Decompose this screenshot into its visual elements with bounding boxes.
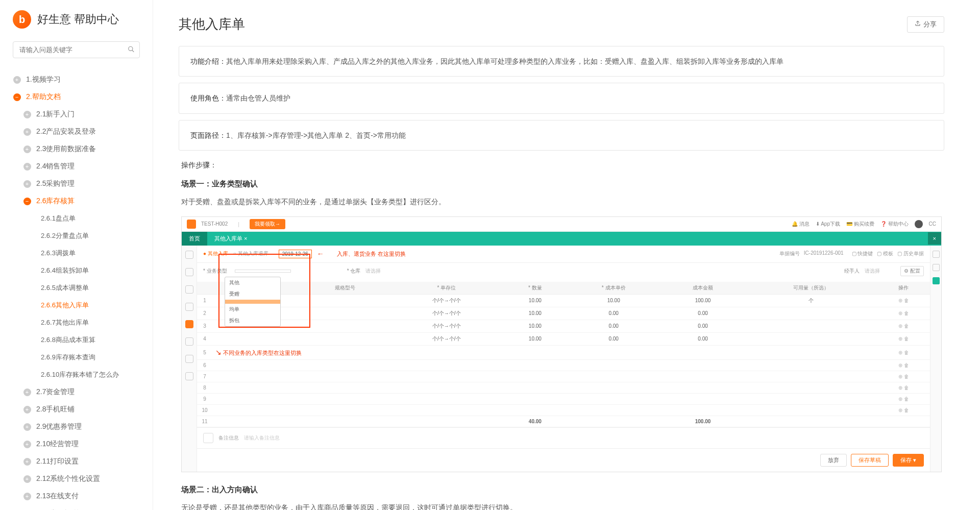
ss-dropdown-option: 其他	[225, 277, 280, 288]
share-label: 分享	[923, 20, 937, 29]
plus-circle-icon: +	[23, 423, 31, 431]
ss-logo-icon	[187, 220, 196, 229]
info-role-text: 通常由仓管人员维护	[226, 94, 290, 102]
ss-th: * 单存位	[389, 282, 504, 295]
nav-item[interactable]: +2.11打印设置	[13, 453, 140, 470]
ss-tool-icon	[933, 264, 940, 271]
nav-item[interactable]: +2.8手机旺铺	[13, 401, 140, 418]
ss-dropdown-option: 均单	[225, 304, 280, 315]
main-content: 其他入库单 分享 功能介绍：其他入库单用来处理除采购入库、产成品入库之外的其他入…	[153, 0, 970, 510]
ss-tool-icon	[933, 251, 940, 258]
ss-nav-icon	[185, 268, 193, 276]
ss-tool-icon-active	[933, 277, 940, 284]
ss-promo-button: 我要领取→	[250, 219, 285, 229]
ss-note-icon	[203, 433, 213, 443]
share-icon	[915, 20, 921, 28]
nav-item-label: 2.3使用前数据准备	[36, 144, 96, 154]
nav-item[interactable]: +2.13在线支付	[13, 488, 140, 505]
ss-dropdown-option	[225, 300, 280, 304]
search-icon[interactable]	[128, 45, 135, 54]
plus-circle-icon: +	[23, 440, 31, 448]
nav-item[interactable]: +2.1新手入门	[13, 106, 140, 123]
svg-point-0	[129, 46, 133, 51]
nav-item[interactable]: +2.4销售管理	[13, 158, 140, 175]
ss-nav-icon	[185, 285, 193, 294]
nav-item[interactable]: 2.6.7其他出库单	[13, 314, 140, 331]
nav-item[interactable]: +2.12系统个性化设置	[13, 470, 140, 488]
ss-note-ph: 请输入备注信息	[244, 434, 280, 442]
nav-item[interactable]: 2.6.3调拨单	[13, 245, 140, 262]
ss-top-link: CC	[929, 221, 936, 227]
plus-circle-icon: +	[23, 475, 31, 483]
ss-biztype-label: * 业务类型	[203, 268, 227, 275]
minus-circle-icon: −	[13, 93, 21, 101]
nav-item[interactable]: 2.6.8商品成本重算	[13, 331, 140, 349]
nav-item[interactable]: +2.3使用前数据准备	[13, 140, 140, 158]
nav-item-label: 2.13在线支付	[36, 492, 79, 501]
nav-item-label: 2.6.10库存账本错了怎么办	[41, 370, 119, 379]
nav-item[interactable]: +1.视频学习	[13, 71, 140, 88]
plus-circle-icon: +	[23, 405, 31, 414]
plus-circle-icon: +	[23, 145, 31, 153]
ss-wh-label: * 仓库	[347, 268, 361, 275]
nav-item-label: 2.6.4组装拆卸单	[41, 266, 89, 275]
nav-item[interactable]: 2.6.1盘点单	[13, 210, 140, 227]
search-input[interactable]	[13, 41, 140, 58]
ss-th: 操作	[877, 282, 930, 295]
nav-item[interactable]: 2.6.2分量盘点单	[13, 227, 140, 245]
nav-item[interactable]: 2.6.10库存账本错了怎么办	[13, 366, 140, 383]
nav-item[interactable]: 2.6.5成本调整单	[13, 279, 140, 297]
ss-nav-icon	[185, 251, 193, 259]
nav-item-label: 2.6.2分量盘点单	[41, 231, 89, 240]
nav-item-label: 2.2产品安装及登录	[36, 127, 96, 136]
page-title: 其他入库单	[179, 15, 245, 33]
ss-th: 成本金额	[661, 282, 745, 295]
ss-radio1: ● 其他入库	[203, 250, 228, 257]
steps-label: 操作步骤：	[181, 161, 942, 170]
ss-tool-link: ▢ 历史单据	[897, 251, 924, 256]
ss-tool-link: ▢ 模板	[877, 251, 893, 256]
ss-top-link: 🔔 消息	[792, 221, 810, 228]
nav-item-label: 2.6.9库存账本查询	[41, 353, 95, 362]
ss-nav-icon-active	[185, 320, 193, 328]
ss-th: 规格型号	[301, 282, 389, 295]
info-path-label: 页面路径：	[190, 131, 226, 139]
nav-item[interactable]: 2.6.4组装拆卸单	[13, 262, 140, 279]
nav-item[interactable]: −2.帮助文档	[13, 88, 140, 106]
plus-circle-icon: +	[23, 110, 31, 118]
nav-item-label: 2.6.6其他入库单	[41, 301, 89, 310]
nav-item-label: 2.8手机旺铺	[36, 405, 75, 414]
nav-item-label: 2.1新手入门	[36, 110, 75, 119]
ss-table-row: 10⊕ 🗑	[197, 404, 930, 416]
ss-footer-button: 保存 ▾	[893, 454, 924, 467]
nav-item[interactable]: +2.2产品安装及登录	[13, 123, 140, 140]
ss-table-row: 8⊕ 🗑	[197, 382, 930, 393]
ss-nav-icon	[185, 372, 193, 380]
nav-item-label: 2.6库存核算	[36, 197, 75, 206]
nav-item[interactable]: 2.6.9库存账本查询	[13, 349, 140, 366]
nav-item[interactable]: +2.5采购管理	[13, 175, 140, 192]
nav-item[interactable]: +2.7资金管理	[13, 383, 140, 401]
ss-dropdown-option: 受赠	[225, 288, 280, 300]
nav-item-label: 2.帮助文档	[26, 92, 61, 102]
nav-item[interactable]: −2.6库存核算	[13, 192, 140, 210]
ss-table-row: 7⊕ 🗑	[197, 371, 930, 382]
nav-item[interactable]: +2.14常见问题	[13, 505, 140, 510]
ss-date: 2019-12-26	[279, 250, 312, 258]
nav-item[interactable]: +2.9优惠券管理	[13, 418, 140, 435]
nav-item-label: 2.9优惠券管理	[36, 422, 82, 431]
scene1-text: 对于受赠、盘盈或是拆装入库等不同的业务，是通过单据头【业务类型】进行区分。	[181, 195, 942, 209]
ss-table-row: 9⊕ 🗑	[197, 393, 930, 404]
plus-circle-icon: +	[23, 180, 31, 188]
nav-item-label: 2.6.8商品成本重算	[41, 335, 95, 345]
nav-item[interactable]: 2.6.6其他入库单	[13, 297, 140, 314]
nav-item-label: 2.7资金管理	[36, 387, 75, 397]
ss-radio2: ○ 其他入库退库	[233, 250, 268, 257]
nav-item[interactable]: +2.10经营管理	[13, 435, 140, 453]
share-button[interactable]: 分享	[907, 16, 944, 33]
ss-doc-no: IC-20191226-001	[804, 250, 844, 257]
ss-doc-prefix: 单据编号	[779, 250, 800, 257]
nav-item-label: 2.6.3调拨单	[41, 249, 76, 258]
info-intro: 功能介绍：其他入库单用来处理除采购入库、产成品入库之外的其他入库业务，因此其他入…	[179, 46, 944, 77]
ss-th: 可用量（所选）	[745, 282, 877, 295]
